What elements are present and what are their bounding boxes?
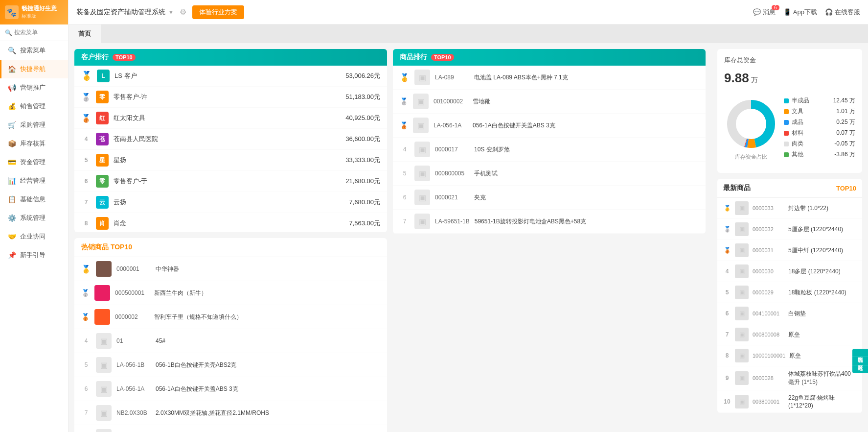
tab-bar: 首页 — [69, 24, 868, 43]
sidebar-item-inventory[interactable]: 📦库存核算 — [0, 134, 68, 153]
legend-color — [784, 109, 789, 114]
sidebar-item-operation[interactable]: 📊经营管理 — [0, 171, 68, 190]
sidebar-item-quick[interactable]: 🏠快捷导航 — [0, 60, 68, 78]
product-ranking-title: 商品排行 — [400, 53, 427, 62]
sidebar-item-purchase[interactable]: 🛒采购管理 — [0, 116, 68, 134]
product-image: ▣ — [96, 333, 112, 349]
product-image: ▣ — [735, 307, 749, 320]
headset-icon: 🎧 — [825, 8, 833, 16]
legend-color — [784, 152, 789, 157]
customer-value: 53,006.26元 — [345, 72, 380, 80]
tab-home[interactable]: 首页 — [69, 24, 101, 43]
product-image: ▣ — [96, 405, 112, 421]
product-name: 原垒 — [788, 331, 856, 339]
product-image: ▣ — [96, 357, 112, 373]
product-name: 22g鱼豆腐·烧烤味 (1*12*20) — [788, 394, 856, 409]
product-rank-item: 6 ▣ 0000021 夹克 — [393, 186, 706, 210]
product-image: ▣ — [413, 94, 429, 109]
app-download-button[interactable]: 📱 App下载 — [783, 8, 817, 17]
customer-avatar: 星 — [96, 154, 109, 167]
product-name: 手机测试 — [474, 169, 699, 178]
customer-avatar: 苍 — [96, 133, 109, 145]
inventory-label: 库存总资金 — [724, 56, 756, 65]
product-name: 封边带 (1.0*22) — [788, 204, 856, 213]
product-name: 新西兰牛肉（新牛） — [154, 289, 380, 297]
phone-icon: 📱 — [783, 8, 791, 16]
sidebar-item-label: 快捷导航 — [20, 65, 46, 73]
product-name: 18多层 (1220*2440) — [788, 267, 856, 276]
product-code: 0000021 — [435, 194, 469, 201]
legend-item: 文具 1.01 万 — [784, 107, 855, 116]
product-image: ▣ — [735, 264, 749, 278]
product-name: 电池盖 LA-089 ABS本色+黑种 7.1克 — [474, 73, 699, 82]
product-image: ▣ — [735, 328, 749, 341]
inventory-unit: 万 — [751, 76, 758, 85]
sidebar-item-marketing[interactable]: 📢营销推广 — [0, 78, 68, 97]
service-community[interactable]: 服务社区 — [852, 357, 868, 365]
trial-button[interactable]: 体验行业方案 — [192, 5, 244, 19]
rank-number: 6 — [723, 310, 731, 317]
system-name: 装备及固定资产辅助管理系统 ▼ — [76, 8, 174, 17]
medal-icon: 🥇 — [81, 71, 92, 81]
sidebar-item-search[interactable]: 🔍搜索菜单 — [0, 41, 68, 60]
sidebar-item-guide[interactable]: 📌新手引导 — [0, 246, 68, 264]
product-code: LA-59651-1B — [435, 218, 470, 225]
product-name: 59651-1B旋转投影灯电池盒ABS黑色+58克 — [475, 217, 699, 226]
sidebar-item-base[interactable]: 📋基础信息 — [0, 190, 68, 209]
product-name: 18颗粒板 (1220*2440) — [788, 288, 856, 297]
search-menu[interactable]: 🔍 搜索菜单 — [5, 28, 63, 37]
product-name: 白钢垫 — [788, 310, 856, 318]
rank-number: 5 — [81, 361, 91, 368]
latest-product-item: 8 ▣ 10000100001 原垒 — [717, 345, 862, 366]
product-code: 0000029 — [753, 289, 784, 295]
product-image: ▣ — [414, 142, 430, 157]
sidebar-item-sales[interactable]: 💰销售管理 — [0, 97, 68, 116]
svg-point-5 — [740, 113, 762, 135]
rank-number: 9 — [723, 375, 731, 382]
product-image: ▣ — [735, 395, 749, 408]
product-code: LA-056-1B — [116, 361, 151, 368]
online-service-button[interactable]: 🎧 在线客服 — [825, 8, 860, 17]
legend-name: 其他 — [792, 150, 831, 159]
customer-rank-item: 7 云 云扬 7,680.00元 — [74, 192, 387, 213]
operation-icon: 📊 — [7, 177, 16, 185]
product-name: 中华神器 — [156, 265, 380, 273]
customer-ranking-header: 客户排行 TOP10 — [74, 49, 387, 66]
sidebar-item-enterprise[interactable]: 🤝企业协同 — [0, 227, 68, 246]
rank-number: 🥈 — [723, 226, 731, 233]
purchase-icon: 🛒 — [7, 121, 16, 129]
medal-icon: 🥉 — [400, 121, 408, 129]
customer-hotline[interactable]: 客服热线 — [852, 349, 868, 357]
sidebar-item-label: 系统管理 — [20, 214, 46, 222]
inventory-value: 9.88 — [724, 71, 749, 86]
latest-product-item: 7 ▣ 000800008 原垒 — [717, 324, 862, 345]
settings-icon[interactable]: ⚙ — [180, 7, 186, 17]
message-button[interactable]: 💬 消息 6 — [753, 8, 776, 17]
hot-product-item: 6 ▣ LA-056-1A 056-1A白色按键开关盖ABS 3克 — [74, 377, 387, 401]
legend-item: 其他 -3.86 万 — [784, 150, 855, 159]
customer-avatar: 肖 — [96, 217, 109, 230]
product-image: ▣ — [414, 166, 430, 181]
live-stream[interactable]: 直播 — [852, 365, 868, 373]
product-name: 智利车子里（规格不知道填什么） — [154, 313, 380, 321]
sidebar-item-system[interactable]: ⚙️系统管理 — [0, 209, 68, 227]
customer-avatar: 云 — [96, 196, 109, 209]
product-image: ▣ — [735, 371, 749, 385]
sidebar-search-area[interactable]: 🔍 搜索菜单 — [0, 24, 68, 41]
rank-number: 6 — [81, 178, 91, 185]
sidebar-item-finance[interactable]: 💳资金管理 — [0, 153, 68, 171]
product-code: 0000031 — [753, 247, 784, 253]
product-image — [94, 309, 110, 325]
rank-number: 5 — [400, 170, 410, 177]
product-code: LA-056-1A — [116, 385, 151, 392]
customer-value: 21,680.00元 — [345, 177, 380, 186]
left-column: 客户排行 TOP10 🥇 L LS 客户 53,006.26元 🥈 零 零售客户… — [74, 49, 387, 432]
content-area: 客户排行 TOP10 🥇 L LS 客户 53,006.26元 🥈 零 零售客户… — [69, 43, 868, 432]
customer-value: 33,333.00元 — [345, 156, 380, 165]
float-support: 客服热线 服务社区 直播 — [852, 349, 868, 373]
rank-number: 🥇 — [723, 205, 731, 212]
customer-value: 51,183.00元 — [345, 93, 380, 101]
medal-icon: 🥇 — [400, 73, 410, 82]
hot-product-item: 5 ▣ LA-056-1B 056-1B白色按键开关壳ABS2克 — [74, 353, 387, 377]
legend-value: 12.45 万 — [833, 96, 855, 105]
